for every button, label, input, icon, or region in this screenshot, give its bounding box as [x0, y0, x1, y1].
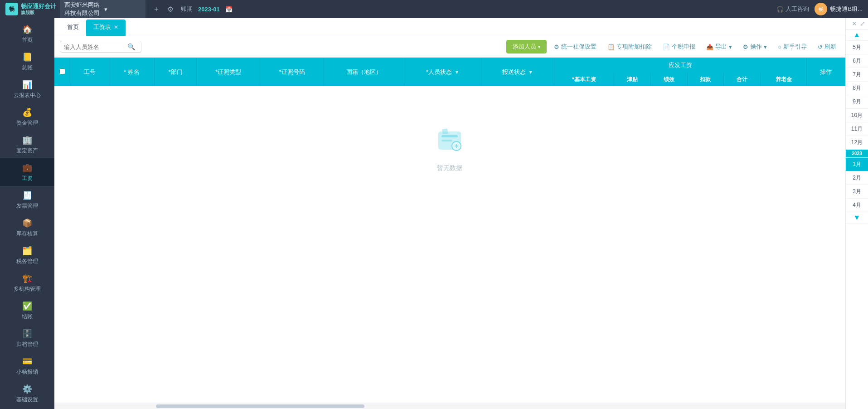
salary-table-wrap: 工号 * 姓名 *部门 *证照类型 *证照号码 国籍（地区） *人员状态 ▼ 报… — [54, 58, 845, 403]
th-id-type: *证照类型 — [197, 58, 260, 86]
app-title: 畅应通好会计 — [21, 3, 56, 10]
sidebar-item-multi[interactable]: 🏗️ 多机构管理 — [0, 269, 54, 297]
social-settings-btn[interactable]: ⚙ 统一社保设置 — [550, 41, 600, 53]
archive-icon: 🗄️ — [22, 329, 32, 339]
export-dropdown-icon: ▾ — [729, 44, 732, 50]
th-dept: *部门 — [154, 58, 196, 86]
invoice-icon: 🧾 — [22, 190, 32, 200]
month-2022-8[interactable]: 8月 — [846, 82, 868, 95]
sidebar-label-assets: 固定资产 — [16, 147, 38, 155]
sidebar-item-settle[interactable]: ✅ 结账 — [0, 297, 54, 324]
panel-maximize-btn[interactable]: ⤢ — [860, 20, 865, 27]
sidebar-item-inventory[interactable]: 📦 库存核算 — [0, 214, 54, 241]
search-input[interactable] — [64, 44, 127, 50]
th-check[interactable] — [54, 58, 71, 86]
sidebar-item-archive[interactable]: 🗄️ 归档管理 — [0, 324, 54, 352]
sidebar-item-cloud[interactable]: 📊 云报表中心 — [0, 75, 54, 103]
funds-icon: 💰 — [22, 107, 32, 117]
sidebar-item-settings[interactable]: ⚙️ 基础设置 — [0, 380, 54, 407]
app-subtitle: 旗舰版 — [21, 10, 56, 15]
export-btn[interactable]: 📤 导出 ▾ — [703, 41, 736, 53]
tax-icon: 🗂️ — [22, 246, 32, 256]
sidebar-label-expense: 小畅报销 — [16, 368, 38, 376]
sidebar-label-cloud: 云报表中心 — [14, 92, 41, 99]
calendar-icon[interactable]: 📅 — [225, 6, 233, 13]
topbar-right: 🎧 人工咨询 畅 畅捷通B组... — [776, 3, 863, 15]
sidebar-item-assets[interactable]: 🏢 固定资产 — [0, 131, 54, 158]
month-2022-5[interactable]: 5月 — [846, 41, 868, 54]
tab-home[interactable]: 首页 — [60, 19, 86, 36]
tax-report-label: 个税申报 — [672, 43, 695, 51]
newguide-label: 新手引导 — [783, 43, 807, 51]
search-wrap: 🔍 — [60, 41, 141, 53]
month-2022-6[interactable]: 6月 — [846, 54, 868, 68]
year-2023-label: 2023 — [846, 150, 868, 158]
tab-salary[interactable]: 工资表 ✕ — [86, 19, 126, 36]
content-area: 首页 工资表 ✕ 🔍 添加人员 ▾ ⚙ 统一社保设置 📋 专项 — [54, 18, 845, 409]
panel-close-btn[interactable]: ✕ — [852, 20, 857, 27]
tax-report-btn[interactable]: 📄 个税申报 — [659, 41, 699, 53]
tab-bar: 首页 工资表 ✕ — [54, 18, 845, 36]
panel-top-buttons: ✕ ⤢ — [846, 18, 868, 29]
operate-dropdown-icon: ▾ — [764, 44, 767, 50]
refresh-btn[interactable]: ↺ 刷新 — [814, 41, 840, 53]
month-2022-7[interactable]: 7月 — [846, 68, 868, 82]
month-2022-9[interactable]: 9月 — [846, 95, 868, 109]
panel-nav-down[interactable]: ▼ — [846, 212, 868, 224]
special-deduction-btn[interactable]: 📋 专项附加扣除 — [604, 41, 655, 53]
newguide-icon: ○ — [778, 44, 781, 50]
svg-rect-2 — [441, 140, 452, 141]
empty-state: 暂无数据 — [54, 86, 845, 190]
inventory-icon: 📦 — [22, 218, 32, 228]
month-2023-3[interactable]: 3月 — [846, 185, 868, 199]
tab-close-btn[interactable]: ✕ — [114, 24, 118, 30]
report-filter-icon[interactable]: ▼ — [528, 69, 533, 75]
user-area[interactable]: 畅 畅捷通B组... — [815, 3, 863, 15]
month-2023-2[interactable]: 2月 — [846, 171, 868, 185]
sidebar-item-funds[interactable]: 💰 资金管理 — [0, 103, 54, 131]
month-2022-12[interactable]: 12月 — [846, 136, 868, 150]
service-btn[interactable]: 🎧 人工咨询 — [776, 5, 809, 13]
headset-icon: 🎧 — [776, 6, 784, 13]
month-2023-4[interactable]: 4月 — [846, 199, 868, 212]
period-value: 2023-01 — [198, 6, 220, 13]
sidebar-item-guide[interactable]: 🆕 新手引导 — [0, 407, 54, 409]
month-2022-10[interactable]: 10月 — [846, 109, 868, 122]
company-dropdown-icon: ▾ — [104, 6, 141, 13]
settings-icon[interactable]: ⚙ — [165, 4, 175, 15]
main-layout: 🏠 首页 📒 总账 📊 云报表中心 💰 资金管理 🏢 固定资产 💼 工资 🧾 发… — [0, 18, 868, 409]
th-action: 操作 — [807, 58, 845, 86]
svg-rect-6 — [442, 128, 448, 135]
status-filter-icon[interactable]: ▼ — [455, 69, 460, 75]
operate-btn[interactable]: ⚙ 操作 ▾ — [739, 41, 771, 53]
month-2022-11[interactable]: 11月 — [846, 122, 868, 136]
empty-icon — [432, 122, 468, 159]
add-dropdown-icon: ▾ — [538, 44, 540, 49]
th-name: * 姓名 — [109, 58, 154, 86]
newguide-btn[interactable]: ○ 新手引导 — [774, 41, 810, 53]
scroll-thumb[interactable] — [156, 404, 364, 408]
month-2023-1[interactable]: 1月 — [846, 158, 868, 171]
panel-nav-up[interactable]: ▲ — [846, 29, 868, 41]
sidebar-label-home: 首页 — [22, 36, 33, 44]
th-report-status: 报送状态 ▼ — [481, 58, 554, 86]
topbar: 畅 畅应通好会计 旗舰版 西安虾米网络科技有限公司 ▾ ＋ ⚙ 账期 2023-… — [0, 0, 868, 18]
sidebar-item-expense[interactable]: 💳 小畅报销 — [0, 352, 54, 380]
company-selector[interactable]: 西安虾米网络科技有限公司 ▾ — [60, 0, 145, 19]
select-all-checkbox[interactable] — [59, 68, 65, 74]
sidebar-item-home[interactable]: 🏠 首页 — [0, 20, 54, 48]
sidebar-label-settle: 结账 — [22, 313, 33, 321]
tax-report-icon: 📄 — [663, 44, 670, 50]
scroll-x-bar[interactable] — [54, 403, 845, 409]
th-id: 工号 — [71, 58, 109, 86]
sidebar-item-ledger[interactable]: 📒 总账 — [0, 48, 54, 75]
sidebar-item-tax[interactable]: 🗂️ 税务管理 — [0, 241, 54, 269]
social-icon: ⚙ — [554, 44, 559, 50]
add-person-button[interactable]: 添加人员 ▾ — [506, 40, 547, 54]
operate-icon: ⚙ — [743, 44, 748, 50]
sidebar-item-invoice[interactable]: 🧾 发票管理 — [0, 186, 54, 214]
settings-sidebar-icon: ⚙️ — [22, 384, 32, 394]
sidebar-item-salary[interactable]: 💼 工资 — [0, 158, 54, 186]
add-company-btn[interactable]: ＋ — [151, 4, 162, 15]
sidebar-label-funds: 资金管理 — [16, 119, 38, 127]
